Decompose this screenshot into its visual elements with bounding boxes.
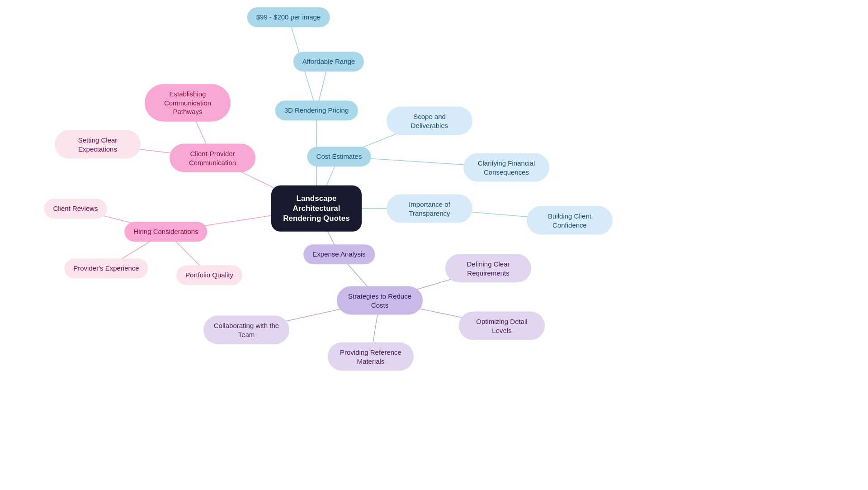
node-providers_experience: Provider's Experience bbox=[64, 258, 148, 278]
node-providing_reference: Providing Reference Materials bbox=[328, 343, 414, 371]
node-scope_deliverables: Scope and Deliverables bbox=[387, 107, 472, 135]
node-importance_transparency: Importance of Transparency bbox=[387, 195, 472, 223]
node-center: Landscape Architectural Rendering Quotes bbox=[271, 186, 362, 232]
node-establishing_comm: Establishing Communication Pathways bbox=[145, 84, 231, 122]
node-setting_clear: Setting Clear Expectations bbox=[55, 130, 141, 159]
node-strategies_reduce: Strategies to Reduce Costs bbox=[337, 286, 423, 315]
node-building_client: Building Client Confidence bbox=[527, 206, 613, 235]
node-portfolio_quality: Portfolio Quality bbox=[176, 265, 242, 285]
node-price_range: $99 - $200 per image bbox=[247, 7, 330, 27]
node-client_reviews: Client Reviews bbox=[44, 199, 107, 219]
node-hiring_considerations: Hiring Considerations bbox=[124, 222, 207, 242]
node-collaborating_team: Collaborating with the Team bbox=[203, 316, 289, 344]
node-rendering_pricing: 3D Rendering Pricing bbox=[275, 100, 358, 120]
node-affordable_range: Affordable Range bbox=[293, 52, 364, 71]
node-clarifying_financial: Clarifying Financial Consequences bbox=[463, 153, 549, 182]
node-expense_analysis: Expense Analysis bbox=[303, 244, 375, 264]
node-cost_estimates: Cost Estimates bbox=[307, 147, 371, 167]
node-client_provider: Client-Provider Communication bbox=[170, 144, 255, 172]
node-defining_clear: Defining Clear Requirements bbox=[445, 254, 531, 283]
node-optimizing_detail: Optimizing Detail Levels bbox=[459, 312, 545, 340]
mind-map-container: Landscape Architectural Rendering Quotes… bbox=[0, 0, 868, 490]
connections-svg bbox=[0, 0, 868, 490]
